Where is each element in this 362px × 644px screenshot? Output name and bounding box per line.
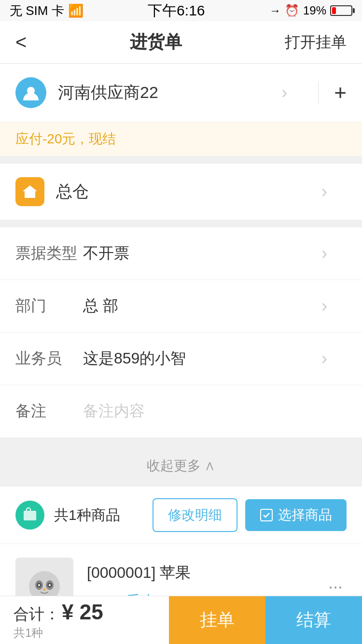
salesperson-value: 这是859的小智: [83, 348, 321, 369]
salesperson-row[interactable]: 业务员 这是859的小智 ›: [0, 333, 362, 385]
wifi-icon: 📶: [68, 3, 84, 18]
select-product-button[interactable]: 选择商品: [245, 499, 347, 531]
hang-order-button[interactable]: 挂单: [169, 596, 265, 644]
supplier-name: 河南供应商22: [58, 82, 281, 104]
open-pending-button[interactable]: 打开挂单: [285, 32, 347, 53]
department-value: 总 部: [83, 295, 321, 317]
warehouse-row[interactable]: 总仓 ›: [0, 164, 362, 220]
back-button[interactable]: <: [15, 31, 27, 53]
divider: [318, 81, 319, 104]
bottom-bar: 合计： ¥ 25 共1种 挂单 结算: [0, 596, 362, 644]
chevron-right-icon: ›: [321, 243, 327, 264]
notice-text: 应付-20元，现结: [15, 131, 116, 146]
invoice-type-label: 票据类型: [15, 243, 83, 264]
department-label: 部门: [15, 295, 83, 317]
user-icon: [22, 84, 40, 101]
status-time: 下午6:16: [148, 1, 205, 21]
select-product-label: 选择商品: [278, 506, 332, 524]
product-title: 苹果: [160, 564, 191, 581]
invoice-type-value: 不开票: [83, 243, 321, 264]
chevron-right-icon: ›: [321, 349, 327, 369]
add-button[interactable]: +: [334, 81, 347, 105]
remark-placeholder: 备注内容: [83, 401, 347, 422]
collapse-toggle[interactable]: 收起更多 ∧: [0, 445, 362, 487]
edit-detail-button[interactable]: 修改明细: [153, 498, 237, 532]
nav-bar: < 进货单 打开挂单: [0, 21, 362, 64]
product-name: [0000001] 苹果: [87, 562, 324, 584]
department-row[interactable]: 部门 总 部 ›: [0, 280, 362, 333]
page-title: 进货单: [130, 30, 182, 54]
svg-rect-2: [261, 509, 272, 521]
svg-point-8: [38, 584, 40, 586]
product-icon: [15, 501, 44, 530]
alarm-icon: ⏰: [285, 4, 299, 17]
select-icon: [260, 508, 273, 522]
salesperson-label: 业务员: [15, 348, 83, 369]
product-count: 共1种商品: [54, 505, 153, 525]
svg-rect-1: [24, 511, 36, 520]
location-icon: →: [269, 4, 281, 17]
remark-row[interactable]: 备注 备注内容: [0, 385, 362, 437]
chevron-right-icon: ›: [321, 296, 327, 316]
total-amount: ¥ 25: [62, 600, 103, 624]
collapse-label: 收起更多 ∧: [147, 458, 216, 473]
warehouse-name: 总仓: [56, 181, 321, 203]
supplier-avatar: [15, 77, 46, 108]
supplier-row[interactable]: 河南供应商22 › +: [0, 64, 362, 122]
notice-bar: 应付-20元，现结: [0, 122, 362, 156]
cart-icon: [22, 507, 38, 523]
chevron-right-icon: ›: [281, 83, 287, 103]
product-header: 共1种商品 修改明细 选择商品: [0, 487, 362, 544]
product-code: [0000001]: [87, 564, 160, 581]
chevron-right-icon: ›: [321, 182, 327, 202]
main-content: 河南供应商22 › + 应付-20元，现结 总仓 › 票据类型 不开票 ›: [0, 64, 362, 629]
invoice-type-row[interactable]: 票据类型 不开票 ›: [0, 227, 362, 280]
remark-label: 备注: [15, 401, 83, 422]
status-bar: 无 SIM 卡 📶 下午6:16 → ⏰ 19%: [0, 0, 362, 21]
checkout-button[interactable]: 结算: [265, 596, 362, 644]
warehouse-card[interactable]: 总仓 ›: [0, 164, 362, 220]
total-label: 合计：: [14, 604, 60, 625]
total-count: 共1种: [14, 625, 155, 641]
battery-percent: 19%: [303, 4, 326, 17]
battery-icon: [330, 5, 352, 16]
supplier-card: 河南供应商22 › + 应付-20元，现结: [0, 64, 362, 156]
carrier-text: 无 SIM 卡: [10, 2, 64, 19]
form-card: 票据类型 不开票 › 部门 总 部 › 业务员 这是859的小智 › 备注 备注…: [0, 227, 362, 437]
home-icon: [22, 183, 38, 200]
status-right: → ⏰ 19%: [269, 4, 352, 17]
svg-point-9: [49, 584, 51, 586]
status-left: 无 SIM 卡 📶: [10, 2, 84, 19]
total-section: 合计： ¥ 25 共1种: [0, 596, 169, 644]
warehouse-icon: [15, 177, 44, 206]
